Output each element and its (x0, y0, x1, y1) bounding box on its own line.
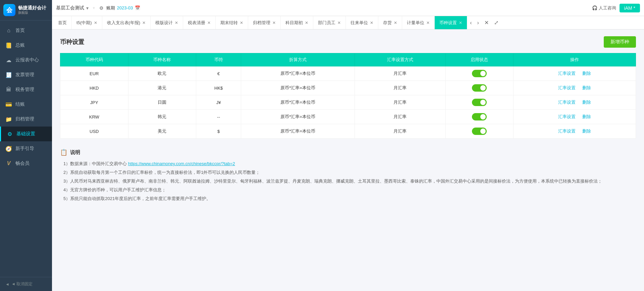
sidebar-footer-pin[interactable]: ◄ ◄ 取消固定 (0, 277, 52, 291)
notes-item: 4）无官方牌价的币种，可以用户手工维护汇率信息； (63, 186, 636, 194)
sidebar-item-label: 畅会员 (15, 160, 30, 166)
cell-rate-type: 月汇率 (355, 95, 445, 110)
col-symbol: 币符 (196, 53, 241, 66)
sidebar: 会 畅捷通好会计 旗舰版 ⌂ 首页 📒 总账 ☁ 云报表中心 🧾 发票管理 🏛 … (0, 0, 52, 291)
rate-setting-link[interactable]: 汇率设置 (558, 114, 576, 119)
new-currency-button[interactable]: 新增币种 (604, 36, 636, 48)
sidebar-item-member[interactable]: V 畅会员 (0, 156, 52, 171)
tab-dept[interactable]: 部门员工 ✕ (313, 16, 346, 29)
delete-link[interactable]: 删除 (582, 129, 591, 134)
sidebar-item-label: 新手引导 (15, 146, 34, 152)
period-selector[interactable]: 账期 2023-03 📅 (106, 5, 141, 11)
toggle-enabled[interactable] (472, 84, 487, 92)
sidebar-item-tax[interactable]: 🏛 税务管理 (0, 82, 52, 97)
cell-name: 港元 (128, 81, 196, 95)
rate-setting-link[interactable]: 汇率设置 (558, 85, 576, 90)
period-value: 2023-03 (117, 5, 133, 10)
sidebar-item-invoice[interactable]: 🧾 发票管理 (0, 67, 52, 82)
sidebar-item-settings[interactable]: ⚙ 基础设置 (0, 127, 52, 141)
tab-close-all-button[interactable]: ✕ (482, 19, 491, 26)
dropdown-icon: ▾ (86, 5, 89, 11)
tab-income[interactable]: 收入支出表(年报) ✕ (102, 16, 151, 29)
sidebar-item-label: 云报表中心 (15, 57, 39, 63)
tab-close-icon[interactable]: ✕ (94, 20, 97, 25)
tab-next-button[interactable]: › (475, 20, 482, 26)
page-content: 币种设置 新增币种 币种代码 币种名称 币符 折算方式 汇率设置方式 启用状态 … (52, 30, 644, 291)
tab-label: 模版设计 (155, 20, 173, 26)
delete-link[interactable]: 删除 (582, 100, 591, 105)
rate-setting-link[interactable]: 汇率设置 (558, 71, 576, 76)
tab-close-icon[interactable]: ✕ (175, 20, 178, 25)
tab-subjects[interactable]: 科目期初 ✕ (281, 16, 313, 29)
tab-close-icon[interactable]: ✕ (240, 20, 243, 25)
cell-symbol: -- (196, 110, 241, 124)
cell-code: HKD (60, 81, 128, 95)
tab-periodend[interactable]: 期末结转 ✕ (216, 16, 248, 29)
sidebar-item-label: 归档管理 (15, 116, 34, 122)
col-rate-type: 汇率设置方式 (355, 53, 445, 66)
table-body: EUR 欧元 € 原币*汇率=本位币 月汇率 汇率设置 删除 HKD 港元 HK… (60, 66, 636, 139)
service-button[interactable]: 🎧 人工咨询 (592, 5, 616, 11)
tab-units[interactable]: 计量单位 ✕ (402, 16, 435, 29)
notes-item: 2）系统自动获取每月第一个工作日的汇率标价，统一为直接标价法，即1外币可以兑换的… (63, 168, 636, 177)
delete-link[interactable]: 删除 (582, 85, 591, 90)
sidebar-item-ledger[interactable]: 📒 总账 (0, 38, 52, 53)
notes-icon: 📋 (60, 149, 67, 156)
cell-calc: 原币*汇率=本位币 (241, 110, 355, 124)
tab-prev-button[interactable]: ‹ (467, 20, 474, 26)
toggle-enabled[interactable] (472, 113, 487, 120)
tab-inventory[interactable]: 存货 ✕ (378, 16, 402, 29)
notes-item: 1）数据来源：中国外汇交易中心 https://www.chinamoney.c… (63, 159, 636, 168)
tab-home[interactable]: 首页 (53, 16, 72, 29)
toggle-enabled[interactable] (472, 70, 487, 77)
tab-label: 部门员工 (318, 20, 335, 26)
sidebar-logo: 会 畅捷通好会计 旗舰版 (0, 0, 52, 20)
toggle-enabled[interactable] (472, 99, 487, 106)
sidebar-item-label: 税务管理 (15, 87, 34, 93)
sidebar-item-guide[interactable]: 🧭 新手引导 (0, 141, 52, 156)
tab-taxclear[interactable]: 税表清册 ✕ (183, 16, 216, 29)
period-label: 账期 (106, 5, 115, 11)
delete-link[interactable]: 删除 (582, 71, 591, 76)
tab-close-icon[interactable]: ✕ (207, 20, 211, 25)
project-selector[interactable]: 基层工会测试 ▾ (56, 5, 89, 11)
sidebar-item-checkout[interactable]: 💳 结账 (0, 97, 52, 112)
notes-section: 📋 说明 1）数据来源：中国外汇交易中心 https://www.chinamo… (60, 149, 636, 203)
cell-symbol: $ (196, 124, 241, 139)
sidebar-nav: ⌂ 首页 📒 总账 ☁ 云报表中心 🧾 发票管理 🏛 税务管理 💳 结账 📁 归… (0, 20, 52, 277)
tab-balancesheet[interactable]: t5(中期) ✕ (72, 16, 102, 29)
tab-close-icon[interactable]: ✕ (337, 20, 341, 25)
tab-archive[interactable]: 归档管理 ✕ (248, 16, 281, 29)
tab-contacts[interactable]: 往来单位 ✕ (346, 16, 378, 29)
tab-close-icon[interactable]: ✕ (142, 20, 146, 25)
app-logo-icon: 会 (3, 4, 15, 16)
settings-gear-icon[interactable]: ⚙ (99, 5, 104, 11)
tab-close-icon[interactable]: ✕ (370, 20, 373, 25)
rate-setting-link[interactable]: 汇率设置 (558, 100, 576, 105)
service-label: 人工咨询 (599, 5, 616, 11)
kuaiji-button[interactable]: iAM * (620, 4, 640, 12)
tab-close-icon[interactable]: ✕ (305, 20, 308, 25)
delete-link[interactable]: 删除 (582, 114, 591, 119)
tab-close-icon[interactable]: ✕ (459, 20, 462, 25)
notes-header: 📋 说明 (60, 149, 636, 156)
notes-list: 1）数据来源：中国外汇交易中心 https://www.chinamoney.c… (60, 159, 636, 203)
tab-close-icon[interactable]: ✕ (426, 20, 430, 25)
table-row: JPY 日圆 J¥ 原币*汇率=本位币 月汇率 汇率设置 删除 (60, 95, 636, 110)
sidebar-item-archive[interactable]: 📁 归档管理 (0, 112, 52, 127)
sidebar-item-label: 发票管理 (15, 72, 34, 78)
tab-label: t5(中期) (76, 20, 92, 26)
sidebar-item-reports[interactable]: ☁ 云报表中心 (0, 53, 52, 67)
sidebar-item-home[interactable]: ⌂ 首页 (0, 23, 52, 38)
tab-close-icon[interactable]: ✕ (394, 20, 397, 25)
tab-currency[interactable]: 币种设置 ✕ (435, 16, 467, 29)
rate-setting-link[interactable]: 汇率设置 (558, 129, 576, 134)
tab-close-icon[interactable]: ✕ (272, 20, 276, 25)
notes-item: 5）系统只能自动抓取2021年度后的汇率，之前年度汇率需要用户手工维护。 (63, 194, 636, 203)
toggle-enabled[interactable] (472, 128, 487, 135)
notes-external-link[interactable]: https://www.chinamoney.com.cn/chinese/bk… (128, 161, 235, 166)
cell-calc: 原币*汇率=本位币 (241, 124, 355, 139)
tab-template[interactable]: 模版设计 ✕ (151, 16, 183, 29)
cell-name: 日圆 (128, 95, 196, 110)
tab-expand-button[interactable]: ⤢ (491, 19, 501, 26)
